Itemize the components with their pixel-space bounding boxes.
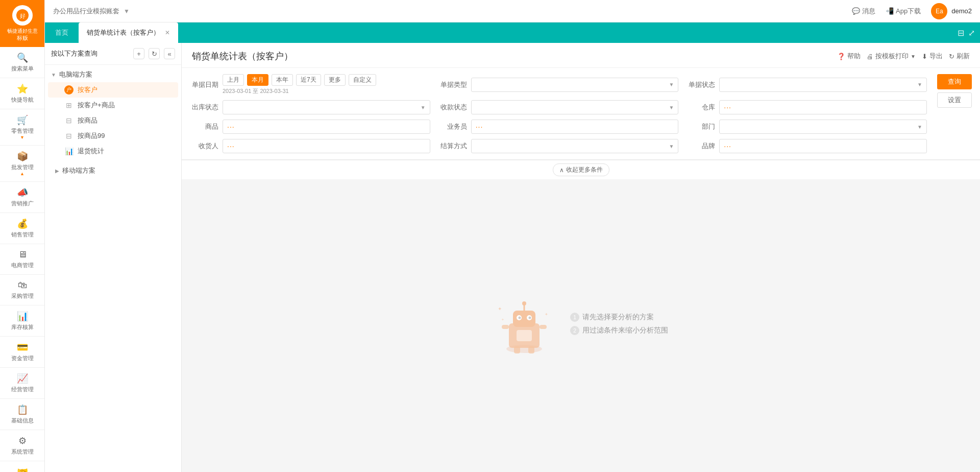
collapse-panel-btn[interactable]: « xyxy=(164,48,175,59)
filter-cell-doc-status: 单据状态 ▼ xyxy=(687,74,927,95)
inventory-icon: 📊 xyxy=(17,311,28,322)
avatar: Ea xyxy=(931,3,947,19)
print-btn[interactable]: 🖨 按模板打印 ▼ xyxy=(867,52,916,61)
tab-sales-stats-label: 销货单统计表（按客户） xyxy=(87,28,160,37)
settlement-select[interactable]: ▼ xyxy=(471,139,679,153)
export-btn[interactable]: ⬇ 导出 xyxy=(922,52,943,61)
scheme-item-return-stats[interactable]: 📊 退货统计 xyxy=(48,144,178,159)
sidebar-item-marketing[interactable]: 📣 营销推广 xyxy=(0,182,45,213)
doc-type-label: 单据类型 xyxy=(438,80,467,89)
department-arrow-icon: ▼ xyxy=(917,124,922,130)
department-select[interactable]: ▼ xyxy=(719,120,927,134)
tab-home[interactable]: 首页 xyxy=(45,22,79,43)
sidebar-item-enterprise[interactable]: 🤝 企业协同 xyxy=(0,461,45,472)
sidebar-item-ecommerce[interactable]: 🖥 电商管理 xyxy=(0,244,45,275)
refresh-scheme-btn[interactable]: ↻ xyxy=(149,48,160,59)
tab-sales-stats[interactable]: 销货单统计表（按客户） ✕ xyxy=(79,22,178,43)
date-btn-this-month[interactable]: 本月 xyxy=(247,74,268,86)
doc-status-label: 单据状态 xyxy=(687,80,715,89)
recipient-dots: ··· xyxy=(227,142,235,150)
date-btn-custom[interactable]: 自定义 xyxy=(349,74,376,86)
scheme-item-by-customer[interactable]: 户 按客户 xyxy=(48,82,178,98)
tab-close-btn[interactable]: ✕ xyxy=(165,29,170,36)
recipient-select[interactable]: ··· xyxy=(223,139,430,153)
sidebar-wholesale-label: 批发管理 xyxy=(11,163,34,171)
marketing-icon: 📣 xyxy=(17,187,28,198)
toolbar-right: ❓ 帮助 🖨 按模板打印 ▼ ⬇ 导出 ↻ 刷新 xyxy=(837,52,970,61)
sidebar-item-wholesale[interactable]: 📦 批发管理 ▲ xyxy=(0,146,45,182)
query-btn[interactable]: 查询 xyxy=(937,74,972,89)
payment-select[interactable]: ▼ xyxy=(471,100,679,114)
collapse-icon: « xyxy=(167,50,171,58)
app-download-label: App下载 xyxy=(896,7,921,16)
help-label: 帮助 xyxy=(847,52,861,61)
doc-status-select[interactable]: ▼ xyxy=(719,78,927,92)
sidebar-search[interactable]: 🔍 搜索菜单 xyxy=(0,47,45,78)
add-icon: + xyxy=(137,50,141,58)
right-panel: 销货单统计表（按客户） ❓ 帮助 🖨 按模板打印 ▼ ⬇ 导出 xyxy=(182,43,980,472)
sidebar-item-quicknav[interactable]: ⭐ 快捷导航 xyxy=(0,78,45,109)
brand-dots: ··· xyxy=(724,142,731,150)
tab-minimize-btn[interactable]: ⊟ xyxy=(958,28,964,38)
sidebar-item-finance[interactable]: 💳 资金管理 xyxy=(0,337,45,368)
sidebar-item-sales[interactable]: 💰 销售管理 xyxy=(0,213,45,244)
wholesale-icon: 📦 xyxy=(17,151,28,162)
content-area: 按以下方案查询 + ↻ « ▼ 电脑端方案 户 按客户 xyxy=(45,43,980,472)
ship-select[interactable]: ▼ xyxy=(223,100,430,114)
warehouse-select[interactable]: ··· xyxy=(719,100,927,114)
collapse-label: 收起更多条件 xyxy=(566,166,603,174)
filter-cell-ship: 出库状态 ▼ xyxy=(190,100,430,114)
product-select[interactable]: ··· xyxy=(223,120,430,134)
brand-label: 品牌 xyxy=(687,141,715,151)
sidebar-item-operations[interactable]: 📈 经营管理 xyxy=(0,368,45,399)
sidebar-quicknav-label: 快捷导航 xyxy=(11,96,34,104)
sidebar-system-label: 系统管理 xyxy=(11,448,34,456)
grid-icon: ⊞ xyxy=(64,101,74,109)
sidebar-item-purchase[interactable]: 🛍 采购管理 xyxy=(0,275,45,305)
scheme-item-by-product[interactable]: ⊟ 按商品 xyxy=(48,113,178,128)
scheme-item-by-customer-product-label: 按客户+商品 xyxy=(78,101,115,110)
doc-status-arrow-icon: ▼ xyxy=(917,82,922,87)
date-btn-more[interactable]: 更多 xyxy=(324,74,346,86)
main-area: 办公用品行业模拟账套 ▼ 💬 消息 📲 App下载 Ea demo2 首页 xyxy=(45,0,980,472)
date-btn-this-year[interactable]: 本年 xyxy=(272,74,293,86)
sidebar-item-basic[interactable]: 📋 基础信息 xyxy=(0,399,45,430)
help-btn[interactable]: ❓ 帮助 xyxy=(837,52,861,61)
scheme-group-mobile-header[interactable]: ▶ 移动端方案 xyxy=(45,163,181,178)
filter-cell-payment: 收款状态 ▼ xyxy=(438,100,679,114)
sidebar-basic-label: 基础信息 xyxy=(11,417,34,424)
add-scheme-btn[interactable]: + xyxy=(133,48,144,59)
brand-select[interactable]: ··· xyxy=(719,139,927,153)
svg-point-10 xyxy=(522,301,526,305)
collapse-btn[interactable]: ∧ 收起更多条件 xyxy=(553,163,609,176)
message-icon: 💬 xyxy=(852,7,860,15)
filter-row-2: 出库状态 ▼ 收款状态 ▼ xyxy=(190,100,927,114)
message-btn[interactable]: 💬 消息 xyxy=(852,7,875,16)
svg-rect-12 xyxy=(540,325,547,329)
refresh-btn[interactable]: ↻ 刷新 xyxy=(949,52,970,61)
topbar-left: 办公用品行业模拟账套 ▼ xyxy=(53,7,130,16)
app-download-btn[interactable]: 📲 App下载 xyxy=(886,7,921,16)
ecommerce-icon: 🖥 xyxy=(18,249,27,260)
date-btn-7days[interactable]: 近7天 xyxy=(296,74,321,86)
doc-type-select[interactable]: ▼ xyxy=(471,78,679,92)
tab-expand-btn[interactable]: ⤢ xyxy=(968,28,975,38)
message-label: 消息 xyxy=(862,7,875,16)
scheme-item-by-product-99[interactable]: ⊟ 按商品99 xyxy=(48,128,178,144)
scheme-group-pc-header[interactable]: ▼ 电脑端方案 xyxy=(45,67,181,82)
sidebar-finance-label: 资金管理 xyxy=(11,355,34,362)
sidebar-item-system[interactable]: ⚙ 系统管理 xyxy=(0,430,45,461)
settings-btn[interactable]: 设置 xyxy=(937,92,972,108)
sidebar: 好 畅捷通好生意 标贩 🔍 搜索菜单 ⭐ 快捷导航 🛒 零售管理 ▼ 📦 批发管… xyxy=(0,0,45,472)
tab-home-label: 首页 xyxy=(55,28,68,37)
salesperson-select[interactable]: ··· xyxy=(471,120,679,134)
topbar-dropdown-icon[interactable]: ▼ xyxy=(124,8,130,15)
sidebar-item-inventory[interactable]: 📊 库存核算 xyxy=(0,305,45,337)
scheme-group-mobile: ▶ 移动端方案 xyxy=(45,161,181,180)
user-area[interactable]: Ea demo2 xyxy=(931,3,972,19)
sidebar-item-retail[interactable]: 🛒 零售管理 ▼ xyxy=(0,109,45,146)
scheme-item-by-customer-product[interactable]: ⊞ 按客户+商品 xyxy=(48,98,178,113)
filter-cell-date: 单据日期 上月 本月 本年 近7天 更多 自定义 xyxy=(190,74,430,95)
svg-text:✦: ✦ xyxy=(498,306,502,312)
date-btn-last-month[interactable]: 上月 xyxy=(223,74,244,86)
